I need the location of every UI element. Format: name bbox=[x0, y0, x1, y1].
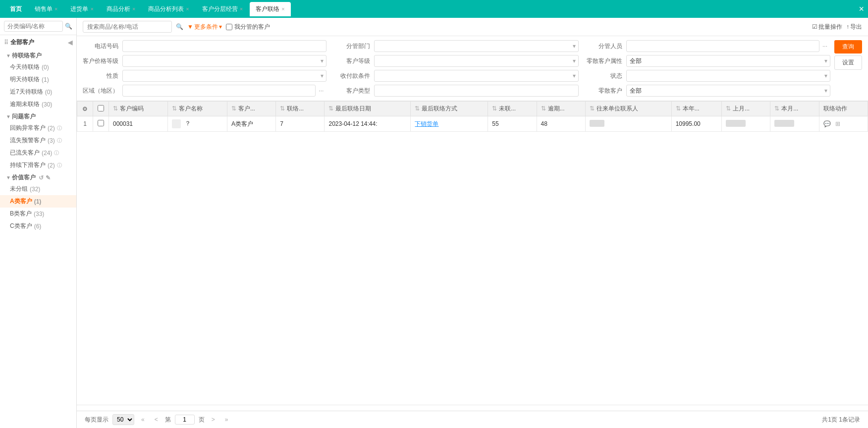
sidebar-collapse-icon[interactable]: ◀ bbox=[68, 39, 72, 46]
value-refresh-icon[interactable]: ↺ bbox=[39, 174, 44, 181]
thismonth-sort-icon[interactable]: ⇅ bbox=[774, 105, 779, 112]
tab-purchase[interactable]: 进货单 × bbox=[64, 2, 99, 16]
filter-phone-input[interactable] bbox=[122, 40, 326, 52]
sidebar-item-tomorrow-pending[interactable]: 明天待联络 (1) bbox=[0, 73, 76, 86]
uncontact-sort-icon[interactable]: ⇅ bbox=[492, 105, 497, 112]
sidebar-group-pending[interactable]: ▼ 待联络客户 bbox=[0, 50, 76, 61]
declining-info-icon[interactable]: ⓘ bbox=[57, 162, 62, 169]
thisyear-sort-icon[interactable]: ⇅ bbox=[676, 105, 681, 112]
action-qr-icon[interactable]: ⊞ bbox=[835, 120, 840, 127]
th-overdue: ⇅逾期... bbox=[537, 102, 585, 116]
close-all-tabs[interactable]: × bbox=[859, 4, 864, 14]
tab-home[interactable]: 首页 bbox=[4, 2, 28, 16]
td-name-text: ？ bbox=[185, 120, 191, 127]
sidebar-search-input[interactable] bbox=[4, 21, 63, 32]
my-customers-checkbox[interactable] bbox=[226, 24, 232, 30]
filter-status-select[interactable] bbox=[626, 70, 830, 82]
td-checkbox[interactable] bbox=[93, 116, 109, 132]
filter-sattr-select[interactable]: 全部 bbox=[626, 55, 830, 67]
th-name: ⇅客户名称 bbox=[168, 102, 227, 116]
sidebar-item-churned[interactable]: 已流失客户 (24) ⓘ bbox=[0, 147, 76, 159]
filter-bar: 🔍 ▼ 更多条件 ▾ 我分管的客户 ☑ 批量操作 ↑ 导出 bbox=[77, 18, 868, 36]
filter-price-level-label: 客户价格等级 bbox=[83, 57, 122, 65]
churned-info-icon[interactable]: ⓘ bbox=[54, 150, 59, 157]
horizontal-scrollbar[interactable] bbox=[77, 405, 868, 411]
name-sort-icon[interactable]: ⇅ bbox=[172, 105, 177, 112]
tab-customer-contact[interactable]: 客户联络 × bbox=[250, 2, 290, 16]
tab-product-list-close[interactable]: × bbox=[186, 6, 189, 12]
filter-search-button[interactable]: 🔍 bbox=[176, 23, 183, 30]
filter-nature-select[interactable] bbox=[122, 70, 326, 82]
filter-person-input[interactable] bbox=[626, 40, 819, 52]
tab-customer-contact-close[interactable]: × bbox=[281, 6, 284, 12]
related-sort-icon[interactable]: ⇅ bbox=[590, 105, 595, 112]
lastway-sort-icon[interactable]: ⇅ bbox=[415, 105, 420, 112]
filter-scattered-select[interactable]: 全部 bbox=[626, 85, 830, 97]
sidebar-item-churn-warning[interactable]: 流失预警客户 (3) ⓘ bbox=[0, 134, 76, 147]
setting-button[interactable]: 设置 bbox=[834, 55, 862, 70]
filter-person-ellipsis[interactable]: ··· bbox=[819, 43, 830, 50]
sidebar-item-overdue-contact[interactable]: 逾期未联络 (30) bbox=[0, 98, 76, 110]
sidebar-item-declining[interactable]: 持续下滑客户 (2) ⓘ bbox=[0, 159, 76, 171]
sidebar-item-today-pending[interactable]: 今天待联络 (0) bbox=[0, 61, 76, 73]
th-settings[interactable]: ⚙ bbox=[77, 102, 93, 116]
contact-sort-icon[interactable]: ⇅ bbox=[280, 105, 285, 112]
select-all-checkbox[interactable] bbox=[98, 105, 104, 111]
sidebar-item-class-a[interactable]: A类客户 (1) bbox=[0, 195, 76, 208]
sidebar-item-class-b[interactable]: B类客户 (33) bbox=[0, 208, 76, 220]
prev-prev-button[interactable]: « bbox=[138, 415, 148, 424]
filter-scattered-attr-label: 零散客户属性 bbox=[587, 57, 626, 65]
overdue-sort-icon[interactable]: ⇅ bbox=[541, 105, 546, 112]
lastdate-sort-icon[interactable]: ⇅ bbox=[328, 105, 333, 112]
sidebar-item-class-c[interactable]: C类客户 (6) bbox=[0, 220, 76, 232]
tab-product-list[interactable]: 商品分析列表 × bbox=[142, 2, 195, 16]
export-button[interactable]: ↑ 导出 bbox=[846, 23, 862, 31]
filter-dept-select[interactable] bbox=[374, 40, 578, 52]
prev-button[interactable]: < bbox=[152, 415, 161, 424]
tab-product-analysis-close[interactable]: × bbox=[132, 6, 135, 12]
filter-phone: 电话号码 bbox=[83, 40, 326, 52]
churn-warning-info-icon[interactable]: ⓘ bbox=[57, 137, 62, 144]
filter-region-input[interactable] bbox=[122, 85, 316, 97]
filter-price-select[interactable] bbox=[122, 55, 326, 67]
type-sort-icon[interactable]: ⇅ bbox=[231, 105, 236, 112]
repurchase-info-icon[interactable]: ⓘ bbox=[57, 125, 62, 132]
filter-clevel-select[interactable] bbox=[374, 55, 578, 67]
per-page-select[interactable]: 50 bbox=[112, 414, 134, 425]
sidebar-group-value[interactable]: ▼ 价值客户 ↺ ✎ bbox=[0, 171, 76, 183]
action-chat-icon[interactable]: 💬 bbox=[823, 120, 831, 127]
filter-region-ellipsis[interactable]: ··· bbox=[316, 87, 326, 94]
sidebar-item-unclassified[interactable]: 未分组 (32) bbox=[0, 183, 76, 195]
tab-customer-tier[interactable]: 客户分层经营 × bbox=[196, 2, 249, 16]
td-last-way[interactable]: 下销货单 bbox=[411, 116, 488, 132]
sidebar-group-problem[interactable]: ▼ 问题客户 bbox=[0, 110, 76, 122]
filter-payment-select[interactable] bbox=[374, 70, 578, 82]
filter-my-customers[interactable]: 我分管的客户 bbox=[226, 23, 270, 31]
sidebar-value-title: 价值客户 bbox=[12, 173, 36, 182]
tab-product-analysis[interactable]: 商品分析 × bbox=[101, 2, 141, 16]
code-sort-icon[interactable]: ⇅ bbox=[113, 105, 118, 112]
filter-more-conditions[interactable]: ▼ 更多条件 ▾ bbox=[187, 23, 222, 31]
sidebar-item-7day-pending[interactable]: 近7天待联络 (0) bbox=[0, 86, 76, 98]
adv-filter-row-2: 客户价格等级 ▾ 客户等级 ▾ bbox=[83, 55, 830, 67]
filter-search-input[interactable] bbox=[83, 21, 172, 33]
tab-purchase-close[interactable]: × bbox=[90, 6, 93, 12]
class-a-label: A类客户 bbox=[10, 197, 32, 206]
sidebar-item-repurchase-abnormal[interactable]: 回购异常客户 (2) ⓘ bbox=[0, 122, 76, 134]
query-button[interactable]: 查询 bbox=[834, 40, 862, 54]
tab-customer-tier-close[interactable]: × bbox=[240, 6, 243, 12]
tab-sales-close[interactable]: × bbox=[54, 6, 57, 12]
batch-operation-button[interactable]: ☑ 批量操作 bbox=[812, 23, 842, 31]
th-checkbox[interactable] bbox=[93, 102, 109, 116]
sidebar-search-icon[interactable]: 🔍 bbox=[65, 23, 72, 30]
filter-ctype-input[interactable] bbox=[374, 85, 578, 97]
next-next-button[interactable]: » bbox=[222, 415, 231, 424]
value-edit-icon[interactable]: ✎ bbox=[46, 174, 51, 181]
sidebar-all-customers[interactable]: ⠿ 全部客户 ◀ bbox=[0, 35, 76, 50]
next-button[interactable]: > bbox=[209, 415, 218, 424]
row-checkbox[interactable] bbox=[98, 120, 104, 126]
page-input[interactable] bbox=[175, 415, 195, 425]
filter-scattered-select-wrap: 全部 ▾ bbox=[626, 85, 830, 97]
lastmonth-sort-icon[interactable]: ⇅ bbox=[726, 105, 731, 112]
tab-sales[interactable]: 销售单 × bbox=[29, 2, 63, 16]
